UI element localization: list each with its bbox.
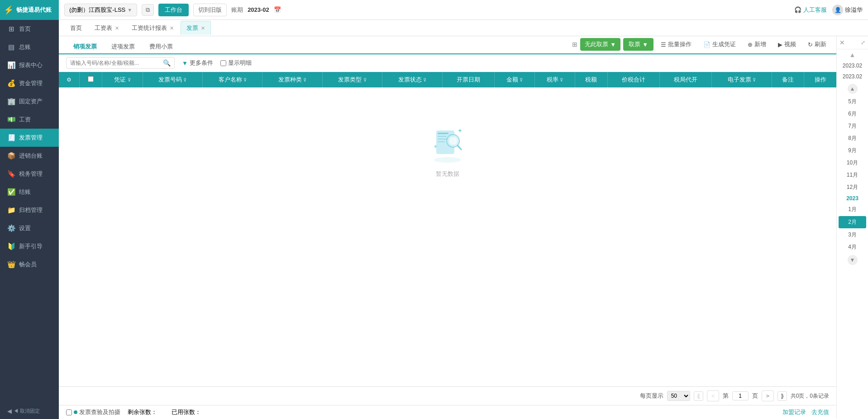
col-taxrate-sort[interactable]: ⊽ [560,77,563,82]
pagination-bar: 每页显示 50 20 100 ⟪ ＜ 第 页 ＞ ⟫ 共0页，0条记录 [59,386,836,405]
take-btn[interactable]: 取票 ▼ [623,38,653,51]
sub-tab-sales[interactable]: 销项发票 [66,40,104,54]
sub-tab-expense-label: 费用小票 [149,43,173,50]
video-btn[interactable]: ▶ 视频 [773,38,801,51]
take-dropdown-icon: ▼ [642,41,648,48]
month-5[interactable]: 5月 [837,96,868,108]
month-11[interactable]: 11月 [837,169,868,181]
display-detail-checkbox[interactable] [220,60,226,66]
tab-payroll-label: 工资表 [95,24,112,32]
month-12[interactable]: 12月 [837,181,868,193]
month-3-2023[interactable]: 3月 [837,229,868,241]
sidebar-item-member[interactable]: 👑 畅会员 [0,255,59,274]
month-1-2023[interactable]: 1月 [837,203,868,216]
batch-ops-btn[interactable]: ☰ 批量操作 [656,38,696,51]
month-4-2023[interactable]: 4月 [837,241,868,253]
col-category-sort[interactable]: ⊽ [363,77,367,82]
tab-payroll-close[interactable]: ✕ [115,25,119,31]
sub-tab-purchase[interactable]: 进项发票 [104,40,142,54]
col-total: 价税合计 [607,72,659,87]
period-2023-02-dup[interactable]: 2023.02 [837,71,868,82]
sidebar-item-reports[interactable]: 📊 报表中心 [0,56,59,74]
generate-voucher-btn[interactable]: 📄 生成凭证 [699,38,740,51]
search-input[interactable] [70,60,160,66]
empty-text: 暂无数据 [436,170,459,178]
sub-tab-expense[interactable]: 费用小票 [142,40,180,54]
page-size-select[interactable]: 50 20 100 [667,391,690,401]
more-filter-btn[interactable]: ▼ 更多条件 [178,57,217,69]
sidebar-label-reports: 报表中心 [19,61,43,69]
no-invoice-btn[interactable]: 无此取票 ▼ [580,38,620,51]
sidebar-item-invoice[interactable]: 🧾 发票管理 [0,129,59,147]
new-invoice-btn[interactable]: ⊕ 新增 [743,38,771,51]
month-8[interactable]: 8月 [837,132,868,144]
last-page-btn[interactable]: ⟫ [777,391,787,401]
sidebar-item-ledger[interactable]: ▤ 总账 [0,38,59,56]
sidebar-item-archive[interactable]: 📁 归档管理 [0,201,59,219]
scroll-circle-down[interactable]: ▼ [848,255,858,265]
sidebar-item-tax[interactable]: 🔖 税务管理 [0,165,59,183]
sidebar-item-settings[interactable]: ⚙️ 设置 [0,219,59,237]
tab-invoice-close[interactable]: ✕ [201,25,205,31]
col-invoice-no: 发票号码 ⊽ [143,72,202,87]
switch-old-btn[interactable]: 切到旧版 [193,4,227,16]
prev-page-btn[interactable]: ＜ [707,390,719,401]
copy-company-btn[interactable]: ⧉ [142,4,154,16]
customer-service-btn[interactable]: 🎧 人工客服 [794,6,827,14]
sidebar-item-funds[interactable]: 💰 资金管理 [0,74,59,92]
month-6[interactable]: 6月 [837,108,868,120]
select-all-checkbox[interactable] [88,76,94,82]
sidebar-item-assets[interactable]: 🏢 固定资产 [0,92,59,111]
page-input[interactable] [732,391,749,400]
check-verify-checkbox[interactable] [66,409,72,415]
invoice-icon: 🧾 [7,134,15,142]
tab-invoice[interactable]: 发票 ✕ [181,21,211,35]
col-type-sort[interactable]: ⊽ [303,77,306,82]
join-record-link[interactable]: 加盟记录 [782,408,806,416]
new-label: 新增 [754,40,766,48]
columns-icon[interactable]: ⊞ [572,41,577,48]
tab-payroll[interactable]: 工资表 ✕ [89,21,125,35]
next-page-btn[interactable]: ＞ [762,390,774,401]
close-panel-icon[interactable]: ✕ [839,39,845,46]
col-checkbox[interactable] [80,72,102,87]
scroll-up-icon[interactable]: ▲ [837,49,868,60]
sidebar-item-sales[interactable]: 📦 进销台账 [0,147,59,165]
unpin-sidebar-btn[interactable]: ◀ ◀ 取消固定 [0,403,59,419]
workbench-btn[interactable]: 工作台 [158,4,189,16]
display-detail-check[interactable]: 显示明细 [220,59,252,67]
col-type: 发票种类 ⊽ [262,72,322,87]
period-calendar-icon[interactable]: 📅 [274,6,281,13]
headset-icon: 🎧 [794,6,801,13]
col-invoice-no-sort[interactable]: ⊽ [183,77,186,82]
tab-payroll-stat-close[interactable]: ✕ [170,25,174,31]
company-selector[interactable]: (勿删）江西股宝-LSS ▼ [64,4,137,16]
tab-payroll-stat[interactable]: 工资统计报表 ✕ [126,21,180,35]
user-info[interactable]: 👤 徐溢华 [832,5,863,15]
col-voucher-sort[interactable]: ⊽ [128,77,131,82]
month-9[interactable]: 9月 [837,144,868,157]
scroll-circle-up[interactable]: ▲ [848,84,858,94]
period-2023-02-top[interactable]: 2023.02 [837,60,868,71]
expand-panel-icon[interactable]: ⤢ [861,39,865,46]
sidebar-item-home[interactable]: ⊞ 首页 [0,20,59,38]
col-einvoice-sort[interactable]: ⊽ [753,77,756,82]
archive-icon: 📁 [7,206,15,214]
col-customer-sort[interactable]: ⊽ [243,77,247,82]
col-status-sort[interactable]: ⊽ [423,77,426,82]
month-7[interactable]: 7月 [837,120,868,132]
sidebar-item-payroll[interactable]: 💵 工资 [0,111,59,129]
tab-home[interactable]: 首页 [64,21,88,35]
sidebar-item-close[interactable]: ✅ 结账 [0,183,59,201]
month-2-2023[interactable]: 2月 [839,216,866,228]
col-amount-sort[interactable]: ⊽ [520,77,523,82]
page-label: 第 [723,392,729,400]
sidebar-label-tax: 税务管理 [19,170,43,178]
sidebar-item-guide[interactable]: 🔰 新手引导 [0,237,59,255]
sidebar-label-funds: 资金管理 [19,79,43,87]
month-10[interactable]: 10月 [837,157,868,169]
first-page-btn[interactable]: ⟪ [694,391,703,401]
recharge-link[interactable]: 去充值 [811,408,829,416]
col-settings[interactable]: ⚙ [59,72,80,87]
refresh-btn[interactable]: ↻ 刷新 [803,38,831,51]
